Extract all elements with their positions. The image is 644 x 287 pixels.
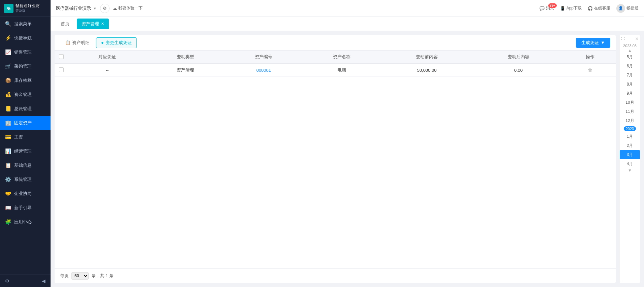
th-before: 变动前内容: [381, 51, 473, 64]
sidebar-item-purchase[interactable]: 🛒 采购管理: [0, 59, 51, 73]
calendar-month-7[interactable]: 7月: [620, 71, 640, 80]
per-page-select[interactable]: 50 10 20 100: [71, 272, 89, 280]
sidebar-item-system[interactable]: ⚙️ 系统管理: [0, 172, 51, 187]
asset-list-icon: 📋: [65, 40, 70, 45]
online-service-button[interactable]: 🎧 在线客服: [588, 5, 610, 11]
calendar-month-2[interactable]: 2月: [620, 141, 640, 150]
topbar: 医疗器械行业演示 ▼ ⚙ ☁ 我要体验一下 💬 消息 99+ 📱 App下载 🎧…: [51, 0, 644, 17]
operations-icon: 📊: [5, 148, 11, 154]
topbar-actions: 💬 消息 99+ 📱 App下载 🎧 在线客服 👤 畅捷通: [540, 4, 639, 13]
message-icon: 💬: [540, 6, 545, 11]
row-checkbox-cell: [55, 64, 68, 77]
quick-nav-icon: ⚡: [5, 35, 11, 41]
tab-asset-management[interactable]: 资产管理 ✕: [77, 19, 109, 29]
company-selector[interactable]: 医疗器械行业演示 ▼: [56, 5, 97, 11]
sales-icon: 📈: [5, 49, 11, 55]
online-service-label: 在线客服: [594, 5, 610, 11]
sidebar-item-sales[interactable]: 📈 销售管理: [0, 45, 51, 59]
pagination: 每页 50 10 20 100 条，共 1 条: [55, 268, 616, 283]
calendar-month-4[interactable]: 4月: [620, 159, 640, 168]
calendar-month-5[interactable]: 5月: [620, 53, 640, 62]
calendar-month-9[interactable]: 9月: [620, 89, 640, 98]
sidebar-item-quick-nav[interactable]: ⚡ 快捷导航: [0, 31, 51, 45]
change-voucher-icon: ●: [101, 40, 104, 45]
chevron-down-icon: ▼: [601, 40, 605, 45]
row-voucher: --: [68, 64, 146, 77]
year-badge[interactable]: 2023: [624, 126, 636, 131]
feedback-icon: ☁: [113, 6, 117, 11]
message-button[interactable]: 💬 消息 99+: [540, 5, 554, 11]
logo-icon: 畅: [4, 4, 13, 13]
sidebar-item-basic-info[interactable]: 📋 基础信息: [0, 158, 51, 172]
main-area: 医疗器械行业演示 ▼ ⚙ ☁ 我要体验一下 💬 消息 99+ 📱 App下载 🎧…: [51, 0, 644, 287]
panel-close-button[interactable]: ✕: [635, 36, 639, 41]
calendar-month-8[interactable]: 8月: [620, 80, 640, 89]
company-name: 医疗器械行业演示: [56, 5, 91, 11]
select-all-checkbox[interactable]: [59, 54, 64, 59]
search-icon: 🔍: [5, 21, 11, 27]
sidebar-item-ledger[interactable]: 📒 总账管理: [0, 102, 51, 116]
sidebar-item-fixed-assets[interactable]: 🏢 固定资产: [0, 116, 51, 130]
calendar-month-3[interactable]: 3月: [620, 150, 640, 159]
sidebar-item-operations[interactable]: 📊 经营管理: [0, 144, 51, 158]
table-wrap: 对应凭证 变动类型 资产编号 资产名称 变动前内容 变动后内容 操作: [55, 51, 616, 268]
row-after: 0.00: [472, 64, 564, 77]
row-asset-name: 电脑: [303, 64, 381, 77]
row-action: 🗑: [564, 64, 616, 77]
sidebar-menu: 🔍 搜索菜单 ⚡ 快捷导航 📈 销售管理 🛒 采购管理 📦 库存核算 💰 资金管…: [0, 17, 51, 275]
delete-button[interactable]: 🗑: [588, 67, 592, 73]
table-row: -- 资产清理 000001 电脑 50,000.00 0.00 🗑: [55, 64, 616, 77]
user-info[interactable]: 👤 畅捷通: [616, 4, 639, 13]
sidebar-item-guide[interactable]: 📖 新手引导: [0, 201, 51, 215]
calendar-month-6[interactable]: 6月: [620, 62, 640, 71]
sidebar: 畅 畅捷通好业财 普及版 🔍 搜索菜单 ⚡ 快捷导航 📈 销售管理 🛒 采购管理…: [0, 0, 51, 287]
sidebar-item-search[interactable]: 🔍 搜索菜单: [0, 17, 51, 31]
app-center-icon: 🧩: [5, 219, 11, 225]
ledger-icon: 📒: [5, 106, 11, 112]
th-voucher: 对应凭证: [68, 51, 146, 64]
th-action: 操作: [564, 51, 616, 64]
app-download-icon: 📱: [560, 6, 565, 11]
settings-button[interactable]: ⚙: [100, 4, 110, 13]
sidebar-item-collaboration[interactable]: 🤝 企业协同: [0, 187, 51, 201]
calendar-month-10[interactable]: 10月: [620, 98, 640, 107]
total-count: 条，共 1 条: [91, 273, 114, 279]
calendar-month-11[interactable]: 11月: [620, 107, 640, 116]
sidebar-bottom: ⚙ ◀: [0, 275, 51, 287]
sidebar-item-inventory[interactable]: 📦 库存核算: [0, 73, 51, 88]
subtab-asset-list[interactable]: 📋 资产明细: [60, 37, 95, 48]
feedback-button[interactable]: ☁ 我要体验一下: [113, 5, 143, 11]
guide-icon: 📖: [5, 205, 11, 211]
calendar-panel: ✕ ⛶ 2023.03 ▲ 5月 6月 7月 8月 9月 10月 11月 12月…: [620, 35, 640, 283]
subtabs-bar: 📋 资产明细 ● 变更生成凭证 生成凭证 ▼: [55, 35, 616, 51]
sidebar-item-funds[interactable]: 💰 资金管理: [0, 88, 51, 102]
row-asset-code[interactable]: 000001: [224, 64, 303, 77]
sidebar-item-app-center[interactable]: 🧩 应用中心: [0, 215, 51, 229]
th-change-type: 变动类型: [146, 51, 224, 64]
calendar-header: 2023.03: [623, 44, 637, 48]
calendar-prev[interactable]: ▲: [628, 49, 632, 53]
app-download-button[interactable]: 📱 App下载: [560, 5, 582, 11]
th-asset-code: 资产编号: [224, 51, 303, 64]
collapse-icon[interactable]: ◀: [42, 278, 45, 284]
calendar-next[interactable]: ▼: [628, 168, 632, 172]
subtab-change-voucher[interactable]: ● 变更生成凭证: [96, 37, 137, 48]
purchase-icon: 🛒: [5, 63, 11, 69]
app-download-label: App下载: [566, 5, 582, 11]
generate-voucher-button[interactable]: 生成凭证 ▼: [576, 38, 610, 48]
funds-icon: 💰: [5, 92, 11, 98]
row-before: 50,000.00: [381, 64, 473, 77]
tab-close-icon[interactable]: ✕: [101, 22, 104, 26]
row-change-type: 资产清理: [146, 64, 224, 77]
settings-bottom-icon[interactable]: ⚙: [5, 278, 9, 284]
calendar-month-12[interactable]: 12月: [620, 116, 640, 125]
collaboration-icon: 🤝: [5, 191, 11, 197]
th-asset-name: 资产名称: [303, 51, 381, 64]
sidebar-item-salary[interactable]: 💳 工资: [0, 130, 51, 144]
username: 畅捷通: [626, 5, 639, 11]
fixed-assets-icon: 🏢: [5, 120, 11, 126]
panel-expand-button[interactable]: ⛶: [621, 36, 625, 40]
calendar-month-1[interactable]: 1月: [620, 132, 640, 141]
tab-home[interactable]: 首页: [56, 19, 74, 29]
row-checkbox[interactable]: [59, 67, 64, 72]
